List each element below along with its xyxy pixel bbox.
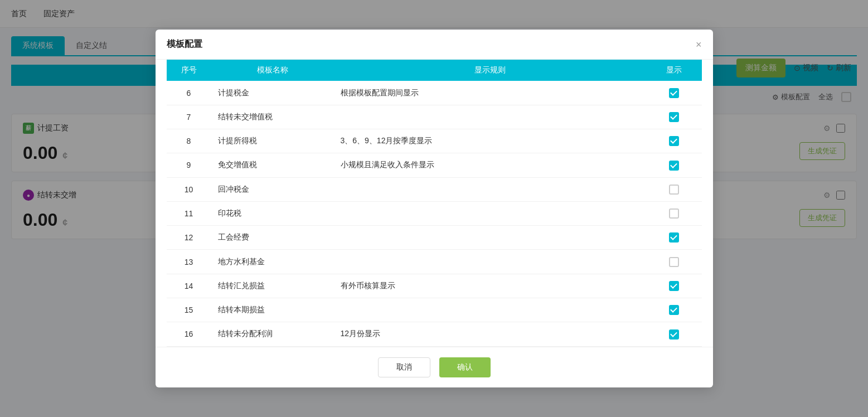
table-row: 6计提税金根据模板配置期间显示	[167, 81, 702, 105]
row-display-checkbox[interactable]	[669, 208, 679, 219]
modal-title: 模板配置	[167, 38, 202, 50]
row-rule	[334, 201, 646, 225]
table-row: 16结转未分配利润12月份显示	[167, 322, 702, 346]
row-name: 结转本期损益	[211, 298, 334, 322]
row-index: 8	[167, 129, 211, 153]
row-rule: 小规模且满足收入条件显示	[334, 153, 646, 177]
row-display-cell	[646, 129, 702, 153]
table-row: 8计提所得税3、6、9、12月按季度显示	[167, 129, 702, 153]
row-display-checkbox[interactable]	[669, 257, 679, 267]
table-row: 11印花税	[167, 201, 702, 225]
col-header-name: 模板名称	[211, 60, 334, 81]
row-rule: 有外币核算显示	[334, 274, 646, 298]
row-rule	[334, 226, 646, 250]
row-index: 9	[167, 153, 211, 177]
table-row: 7结转未交增值税	[167, 105, 702, 129]
row-display-cell	[646, 201, 702, 225]
row-display-checkbox[interactable]	[669, 136, 679, 146]
row-rule	[334, 177, 646, 201]
row-index: 13	[167, 250, 211, 274]
template-config-modal: 模板配置 × 序号 模板名称 显示规则 显示 6计提税金根据模板配置期间显示7结…	[156, 30, 713, 387]
config-table-header: 序号 模板名称 显示规则 显示	[167, 60, 702, 81]
row-name: 地方水利基金	[211, 250, 334, 274]
row-rule	[334, 105, 646, 129]
row-name: 结转汇兑损益	[211, 274, 334, 298]
table-row: 15结转本期损益	[167, 298, 702, 322]
modal-close-button[interactable]: ×	[696, 40, 702, 50]
config-table-body: 6计提税金根据模板配置期间显示7结转未交增值税8计提所得税3、6、9、12月按季…	[167, 81, 702, 346]
row-display-checkbox[interactable]	[669, 329, 679, 340]
row-name: 回冲税金	[211, 177, 334, 201]
row-rule	[334, 250, 646, 274]
row-display-checkbox[interactable]	[669, 88, 679, 98]
row-index: 15	[167, 298, 211, 322]
row-display-checkbox[interactable]	[669, 232, 679, 243]
row-display-checkbox[interactable]	[669, 185, 679, 195]
row-rule: 3、6、9、12月按季度显示	[334, 129, 646, 153]
table-row: 13地方水利基金	[167, 250, 702, 274]
row-display-cell	[646, 298, 702, 322]
row-display-cell	[646, 153, 702, 177]
row-display-cell	[646, 81, 702, 105]
row-display-cell	[646, 322, 702, 346]
row-index: 7	[167, 105, 211, 129]
col-header-index: 序号	[167, 60, 211, 81]
modal-footer: 取消 确认	[156, 347, 713, 387]
modal-header: 模板配置 ×	[156, 30, 713, 60]
row-display-checkbox[interactable]	[669, 112, 679, 122]
row-display-cell	[646, 226, 702, 250]
table-row: 14结转汇兑损益有外币核算显示	[167, 274, 702, 298]
col-header-display: 显示	[646, 60, 702, 81]
row-index: 10	[167, 177, 211, 201]
row-name: 结转未分配利润	[211, 322, 334, 346]
modal-overlay: 模板配置 × 序号 模板名称 显示规则 显示 6计提税金根据模板配置期间显示7结…	[0, 0, 868, 417]
row-display-cell	[646, 105, 702, 129]
row-rule: 根据模板配置期间显示	[334, 81, 646, 105]
modal-body: 序号 模板名称 显示规则 显示 6计提税金根据模板配置期间显示7结转未交增值税8…	[156, 60, 713, 346]
row-display-cell	[646, 177, 702, 201]
row-index: 12	[167, 226, 211, 250]
row-display-checkbox[interactable]	[669, 161, 679, 171]
row-display-checkbox[interactable]	[669, 305, 679, 315]
row-name: 计提所得税	[211, 129, 334, 153]
row-rule: 12月份显示	[334, 322, 646, 346]
row-name: 印花税	[211, 201, 334, 225]
row-display-checkbox[interactable]	[669, 281, 679, 291]
cancel-button[interactable]: 取消	[378, 357, 430, 377]
col-header-rule: 显示规则	[334, 60, 646, 81]
row-display-cell	[646, 250, 702, 274]
row-name: 计提税金	[211, 81, 334, 105]
row-name: 免交增值税	[211, 153, 334, 177]
confirm-button[interactable]: 确认	[439, 357, 491, 377]
row-index: 16	[167, 322, 211, 346]
row-display-cell	[646, 274, 702, 298]
row-name: 工会经费	[211, 226, 334, 250]
row-index: 14	[167, 274, 211, 298]
row-index: 11	[167, 201, 211, 225]
row-name: 结转未交增值税	[211, 105, 334, 129]
row-index: 6	[167, 81, 211, 105]
row-rule	[334, 298, 646, 322]
config-table: 序号 模板名称 显示规则 显示 6计提税金根据模板配置期间显示7结转未交增值税8…	[167, 60, 702, 346]
table-row: 10回冲税金	[167, 177, 702, 201]
table-row: 12工会经费	[167, 226, 702, 250]
table-row: 9免交增值税小规模且满足收入条件显示	[167, 153, 702, 177]
